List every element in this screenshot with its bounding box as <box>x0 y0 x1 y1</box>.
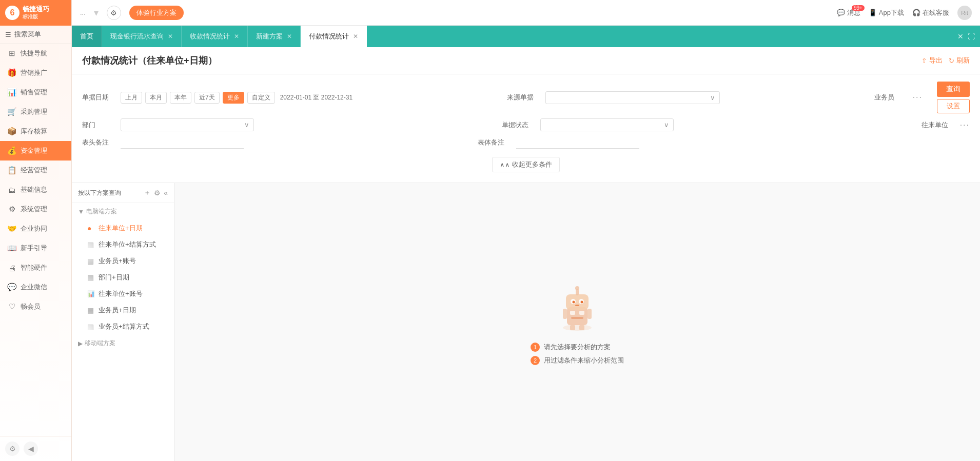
search-menu[interactable]: ☰ 搜索菜单 <box>0 26 71 44</box>
sidebar-item-label: 新手引导 <box>21 244 47 253</box>
sidebar-item-label: 营销推广 <box>21 68 47 77</box>
date-btn-7days[interactable]: 近7天 <box>194 92 220 104</box>
right-content: 1 请先选择要分析的方案 2 用过滤条件来缩小分析范围 <box>174 183 980 461</box>
sidebar-item-system[interactable]: ⚙ 系统管理 <box>0 199 71 219</box>
plan-item-dept-date[interactable]: ▦ 部门+日期 <box>72 269 174 286</box>
sidebar-item-coop[interactable]: 🤝 企业协同 <box>0 219 71 238</box>
sidebar-item-basic[interactable]: 🗂 基础信息 <box>0 180 71 199</box>
sidebar-item-quick-nav[interactable]: ⊞ 快捷导航 <box>0 44 71 63</box>
sidebar-item-label: 经营管理 <box>21 166 47 175</box>
plan-item-icon-agent-account: ▦ <box>87 257 95 265</box>
sidebar-item-guide[interactable]: 📖 新手引导 <box>0 238 71 258</box>
body-note-input[interactable] <box>516 136 639 149</box>
plan-item-partner-settle[interactable]: ▦ 往来单位+结算方式 <box>72 236 174 253</box>
sidebar-item-sales[interactable]: 📊 销售管理 <box>0 83 71 102</box>
sidebar-item-operation[interactable]: 📋 经营管理 <box>0 161 71 180</box>
doc-status-select[interactable]: ∨ <box>540 118 674 131</box>
tab-new-plan[interactable]: 新建方案 ✕ <box>248 26 301 47</box>
header-note-input[interactable] <box>121 136 244 149</box>
page-header: 付款情况统计（往来单位+日期） ⇧ 导出 ↻ 刷新 <box>72 47 980 74</box>
tab-payment-stats-close[interactable]: ✕ <box>353 33 358 40</box>
breadcrumb-arrow: ▾ <box>94 7 99 18</box>
sidebar-item-member[interactable]: ♡ 畅会员 <box>0 297 71 316</box>
sidebar-item-label: 系统管理 <box>21 205 47 214</box>
svg-rect-1 <box>567 307 587 325</box>
sidebar-item-wechat[interactable]: 💬 企业微信 <box>0 277 71 297</box>
tab-receipt-close[interactable]: ✕ <box>234 33 239 40</box>
tab-expand-btn[interactable]: ⛶ <box>968 32 975 41</box>
avatar[interactable]: Rit <box>957 6 972 20</box>
sidebar-item-label: 采购管理 <box>21 107 47 116</box>
top-header: ... ▾ ⚙ 体验行业方案 💬 消息 99+ 📱 App下载 🎧 在线客服 R… <box>72 0 980 26</box>
plan-item-partner-date[interactable]: ● 往来单位+日期 <box>72 220 174 236</box>
partner-selector[interactable]: ··· <box>960 121 970 130</box>
filter-row-1: 单据日期 上月 本月 本年 近7天 更多 自定义 2022-01-01 至 20… <box>82 82 970 113</box>
sidebar-item-label: 基础信息 <box>21 185 47 194</box>
quick-nav-icon: ⊞ <box>7 49 16 58</box>
purchase-icon: 🛒 <box>7 107 16 116</box>
left-panel-settings-icon[interactable]: ⚙ <box>154 189 161 197</box>
sidebar-item-label: 企业微信 <box>21 283 47 292</box>
message-btn[interactable]: 💬 消息 99+ <box>837 8 860 17</box>
left-panel-add-icon[interactable]: ＋ <box>144 188 151 197</box>
tab-bank[interactable]: 现金银行流水查询 ✕ <box>102 26 182 47</box>
sidebar: 6 畅捷通巧 标准版 ☰ 搜索菜单 ⊞ 快捷导航 🎁 营销推广 📊 销售管理 🛒… <box>0 0 72 461</box>
finance-icon: 💰 <box>7 146 16 155</box>
sidebar-bottom: ⚙ ◀ <box>0 436 71 461</box>
filter-row-2: 部门 ∨ 单据状态 ∨ 往来单位 ··· <box>82 118 970 131</box>
app-download-btn[interactable]: 📱 App下载 <box>869 8 904 17</box>
wechat-icon: 💬 <box>7 283 16 292</box>
filter-row-3: 表头备注 表体备注 <box>82 136 970 149</box>
sidebar-item-hardware[interactable]: 🖨 智能硬件 <box>0 258 71 277</box>
tip-text-2: 用过滤条件来缩小分析范围 <box>544 356 624 365</box>
filter-settings-btn[interactable]: 设置 <box>937 99 970 113</box>
desktop-section[interactable]: ▼ 电脑端方案 <box>72 203 174 220</box>
tab-receipt[interactable]: 收款情况统计 ✕ <box>182 26 248 47</box>
plan-item-agent-date[interactable]: ▦ 业务员+日期 <box>72 302 174 318</box>
sidebar-item-finance[interactable]: 💰 资金管理 <box>0 141 71 161</box>
page-actions: ⇧ 导出 ↻ 刷新 <box>922 56 970 65</box>
tab-home-label: 首页 <box>80 32 93 41</box>
dept-select[interactable]: ∨ <box>121 118 254 131</box>
left-panel-collapse-icon[interactable]: « <box>164 189 168 197</box>
query-btn[interactable]: 查询 <box>937 82 970 97</box>
collapse-btn[interactable]: ∧∧ 收起更多条件 <box>492 157 560 172</box>
date-btn-this-month[interactable]: 本月 <box>145 92 167 104</box>
plan-item-partner-account[interactable]: 📊 往来单位+账号 <box>72 286 174 302</box>
date-btn-last-month[interactable]: 上月 <box>121 92 142 104</box>
refresh-btn[interactable]: ↻ 刷新 <box>949 56 970 65</box>
sidebar-item-marketing[interactable]: 🎁 营销推广 <box>0 63 71 83</box>
sidebar-item-inventory[interactable]: 📦 库存核算 <box>0 122 71 141</box>
mobile-section[interactable]: ▶ 移动端方案 <box>72 335 174 352</box>
tab-bank-close[interactable]: ✕ <box>168 33 173 40</box>
sidebar-item-label: 资金管理 <box>21 146 47 155</box>
date-btn-this-year[interactable]: 本年 <box>170 92 191 104</box>
header-settings-btn[interactable]: ⚙ <box>107 6 121 20</box>
trial-btn[interactable]: 体验行业方案 <box>129 6 184 20</box>
search-icon: ☰ <box>5 31 11 38</box>
tab-home[interactable]: 首页 <box>72 26 102 47</box>
date-btn-custom[interactable]: 自定义 <box>247 92 275 104</box>
tab-new-plan-close[interactable]: ✕ <box>287 33 292 40</box>
plan-item-label-agent-account: 业务员+账号 <box>99 256 136 266</box>
collapse-label: 收起更多条件 <box>512 160 552 169</box>
agent-selector[interactable]: ··· <box>913 93 923 102</box>
sidebar-item-label: 销售管理 <box>21 88 47 97</box>
left-panel-header: 按以下方案查询 ＋ ⚙ « <box>72 183 174 203</box>
tab-close-all-btn[interactable]: ✕ <box>957 32 964 41</box>
plan-item-agent-account[interactable]: ▦ 业务员+账号 <box>72 253 174 269</box>
tab-payment-stats[interactable]: 付款情况统计 ✕ <box>301 26 367 47</box>
sidebar-item-purchase[interactable]: 🛒 采购管理 <box>0 102 71 122</box>
plan-item-agent-settle[interactable]: ▦ 业务员+结算方式 <box>72 318 174 335</box>
service-btn[interactable]: 🎧 在线客服 <box>912 8 949 17</box>
export-btn[interactable]: ⇧ 导出 <box>922 56 943 65</box>
app-icon: 📱 <box>869 9 877 16</box>
logo-sub: 标准版 <box>23 13 49 21</box>
settings-bottom-icon[interactable]: ⚙ <box>5 442 19 456</box>
source-select[interactable]: ∨ <box>545 91 720 104</box>
collapse-sidebar-btn[interactable]: ◀ <box>24 442 38 456</box>
member-icon: ♡ <box>7 302 16 311</box>
desktop-section-arrow: ▼ <box>78 208 84 215</box>
date-btn-more[interactable]: 更多 <box>223 92 244 104</box>
page-title: 付款情况统计（往来单位+日期） <box>82 54 217 67</box>
